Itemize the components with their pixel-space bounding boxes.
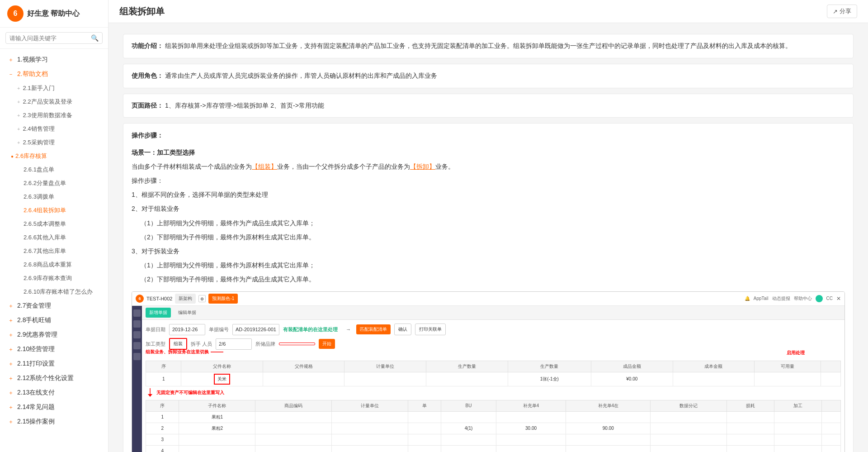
sidebar-item-cost-recalc[interactable]: 2.6.8商品成本重算 <box>0 258 108 271</box>
table-row: 4 <box>146 446 841 452</box>
fake-date-input[interactable]: 2019-12-26 <box>169 324 205 336</box>
logo-title: 好生意 帮助中心 <box>27 9 80 19</box>
plus-icon: ＋ <box>7 360 14 367</box>
fake-th-actions <box>821 361 840 372</box>
fake-billno-input[interactable]: AD-20191226-001 <box>232 324 279 336</box>
sidebar-item-transfer[interactable]: 2.6.3调拨单 <box>0 190 108 204</box>
fake-new-order-tab[interactable]: 新增单据 <box>146 308 171 318</box>
fake-annotation2-wrap: 组装业务、拆卸业务在这里切换 <box>146 348 224 356</box>
topbar: 组装拆卸单 ↗ 分享 <box>108 0 868 23</box>
sidebar-item-label: 2.10经营管理 <box>17 345 55 353</box>
fake-edit-order-tab[interactable]: 编辑单据 <box>175 308 200 318</box>
fake-app-main: 新增单据 编辑单据 单据日期 2019-12-26 单据编号 AD-201912… <box>142 306 844 452</box>
sub-icon: + <box>17 86 20 91</box>
fake-app-tail: AppTail <box>754 295 769 303</box>
sidebar-item-online-pay[interactable]: ＋ 2.13在线支付 <box>0 385 108 400</box>
sidebar-item-other-out[interactable]: 2.6.7其他出库单 <box>0 244 108 258</box>
sidebar-item-cost-adj[interactable]: 2.6.5成本调整单 <box>0 217 108 231</box>
fake-app-window: 6 TEST-H002 新架构 ⚙ 预测颜色-1 🔔 AppTail 动态提报 … <box>132 291 845 452</box>
plus-icon: ＋ <box>7 389 14 396</box>
sidebar-item-customization[interactable]: ＋ 2.12系统个性化设置 <box>0 371 108 385</box>
fake-th2-col7: 加工 <box>774 400 822 412</box>
sidebar-item-data-prep[interactable]: + 2.3使用前数据准备 <box>0 109 108 122</box>
sidebar-item-print[interactable]: ＋ 2.11打印设置 <box>0 357 108 371</box>
path-block: 页面路径： 1、库存核算->库存管理->组装拆卸单 2、首页->常用功能 <box>123 94 854 118</box>
fake-annotation3: 启用处理 <box>787 350 805 355</box>
fake-store-input[interactable] <box>279 343 315 345</box>
share-button[interactable]: ↗ 分享 <box>827 5 857 18</box>
sidebar-item-label: 2.帮助文档 <box>17 70 48 78</box>
fake-form-row1: 单据日期 2019-12-26 单据编号 AD-20191226-001 有装配… <box>146 324 841 335</box>
table-row: 2 果粒2 4(1) 30.00 90.00 <box>146 423 841 434</box>
fake-tab-new-arch[interactable]: 新架构 <box>175 294 196 304</box>
fake-annotation4: 无固定资产不可编辑在这里重写入 <box>156 389 224 397</box>
fake-bell-icon: 🔔 <box>745 295 750 303</box>
fake-match-btn[interactable]: 匹配装配清单 <box>356 324 391 334</box>
fake-prediction-btn[interactable]: 预测颜色-1 <box>208 294 238 304</box>
sidebar: 6 好生意 帮助中心 🔍 ＋ 1.视频学习 － 2.帮助文档 + <box>0 0 108 452</box>
sidebar-item-partial-stock[interactable]: 2.6.2分量盘点单 <box>0 176 108 190</box>
fake-td-cost-amt <box>673 372 755 386</box>
sidebar-item-stocktake[interactable]: 2.6.1盘点单 <box>0 163 108 176</box>
sidebar-item-operations[interactable]: ＋ 2.10经营管理 <box>0 342 108 357</box>
fake-date-label: 单据日期 <box>146 325 165 334</box>
fake-td-unit <box>344 372 426 386</box>
sidebar-item-inventory[interactable]: ● 2.6库存核算 <box>0 149 108 163</box>
fake-td-spec <box>263 372 344 386</box>
path-text: 1、库存核算->库存管理->组装拆卸单 2、首页->常用功能 <box>165 102 324 109</box>
plus-icon: ＋ <box>7 404 14 411</box>
plus-icon: ＋ <box>7 302 14 309</box>
sidebar-item-sales[interactable]: + 2.4销售管理 <box>0 122 108 136</box>
fake-app-id: TEST-H002 <box>146 295 172 304</box>
search-input[interactable] <box>9 35 91 42</box>
sidebar-item-cases[interactable]: ＋ 2.15操作案例 <box>0 414 108 429</box>
path-label: 页面路径： <box>132 102 163 109</box>
sidebar-item-install[interactable]: + 2.2产品安装及登录 <box>0 95 108 109</box>
sidebar-sub-label: 2.6.5成本调整单 <box>24 220 66 228</box>
sidebar-item-newbie[interactable]: + 2.1新手入门 <box>0 81 108 95</box>
sidebar-item-other-in[interactable]: 2.6.6其他入库单 <box>0 231 108 244</box>
func-intro-text: 组装拆卸单用来处理企业组装或拆卸等加工业务，支持有固定装配清单的产品加工业务，也… <box>165 42 792 49</box>
sidebar-item-mobile[interactable]: ＋ 2.8手机旺铺 <box>0 313 108 328</box>
table-row: 1 果粒1 <box>146 412 841 423</box>
sidebar-item-finance[interactable]: ＋ 2.7资金管理 <box>0 299 108 313</box>
sidebar-item-coupon[interactable]: ＋ 2.9优惠券管理 <box>0 328 108 342</box>
fake-print-btn[interactable]: 打印关联单 <box>415 324 446 335</box>
fake-sidebar-icon-3 <box>133 331 141 338</box>
scene1-desc: 当由多个子件材料组装成一个成品的业务为【组装】业务，当由一个父件拆分成多个子产品… <box>132 161 845 172</box>
sidebar-item-stock-ledger[interactable]: 2.6.9库存账本查询 <box>0 271 108 285</box>
svg-marker-2 <box>148 394 152 397</box>
fake-th-avail-qty: 可用量 <box>755 361 821 372</box>
logo-area: 6 好生意 帮助中心 <box>0 0 108 28</box>
link-disassembly[interactable]: 【拆卸】 <box>410 163 435 170</box>
sidebar-sub-label: 2.2产品安装及登录 <box>23 98 72 106</box>
func-intro-label: 功能介绍： <box>132 42 163 49</box>
sidebar-item-video[interactable]: ＋ 1.视频学习 <box>0 52 108 67</box>
link-assembly[interactable]: 【组装】 <box>252 163 277 170</box>
fake-th2-col1: 单 <box>408 400 441 412</box>
app-layout: 新增单据 编辑单据 单据日期 2019-12-26 单据编号 AD-201912… <box>132 306 844 452</box>
sidebar-item-assembly[interactable]: 2.6.4组装拆卸单 <box>0 204 108 217</box>
fake-annotation1: 有装配清单的在这里处理 <box>283 325 338 334</box>
search-wrap[interactable]: 🔍 <box>5 32 103 44</box>
sidebar-item-faq[interactable]: ＋ 2.14常见问题 <box>0 400 108 414</box>
sidebar-item-help-docs[interactable]: － 2.帮助文档 + 2.1新手入门 + 2.2产品安装及登录 + 2.3使用前… <box>0 67 108 299</box>
fake-th-parent-spec: 父件规格 <box>263 361 344 372</box>
fake-th2-col4: 补充单4在 <box>566 400 651 412</box>
fake-close-icon[interactable]: ✕ <box>836 294 841 304</box>
fake-td-seq: 1 <box>146 372 181 386</box>
fake-start-btn[interactable]: 开始 <box>319 339 335 349</box>
fake-form-content: 单据日期 2019-12-26 单据编号 AD-20191226-001 有装配… <box>142 320 844 452</box>
sidebar-item-label: 1.视频学习 <box>17 56 48 64</box>
fake-sidebar-icon-5 <box>133 353 141 360</box>
fake-th2-name: 子件名称 <box>179 400 255 412</box>
sidebar-item-purchase[interactable]: + 2.5采购管理 <box>0 136 108 149</box>
fake-th-prod-qty2: 生产数量 <box>508 361 591 372</box>
fake-table1: 序 父件名称 父件规格 计量单位 生产数量 生产数量 成品金额 <box>146 361 841 386</box>
sub-icon: + <box>17 126 20 132</box>
sidebar-item-stock-error[interactable]: 2.6.10库存账本错了怎么办 <box>0 285 108 299</box>
plus-icon: ＋ <box>7 331 14 338</box>
fake-parent-name-cell[interactable]: 关米 <box>214 374 230 385</box>
fake-confirm-btn[interactable]: 确认 <box>394 324 411 335</box>
fake-th-seq: 序 <box>146 361 181 372</box>
